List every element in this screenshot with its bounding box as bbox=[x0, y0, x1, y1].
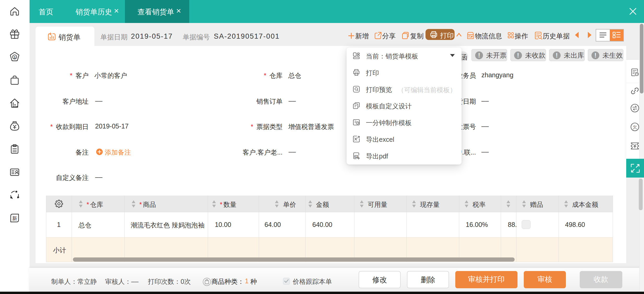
svg-text:新: 新 bbox=[12, 216, 17, 221]
svg-text:$: $ bbox=[14, 55, 16, 59]
svg-text:PDF: PDF bbox=[355, 156, 358, 158]
svg-text:欠: 欠 bbox=[633, 125, 637, 130]
